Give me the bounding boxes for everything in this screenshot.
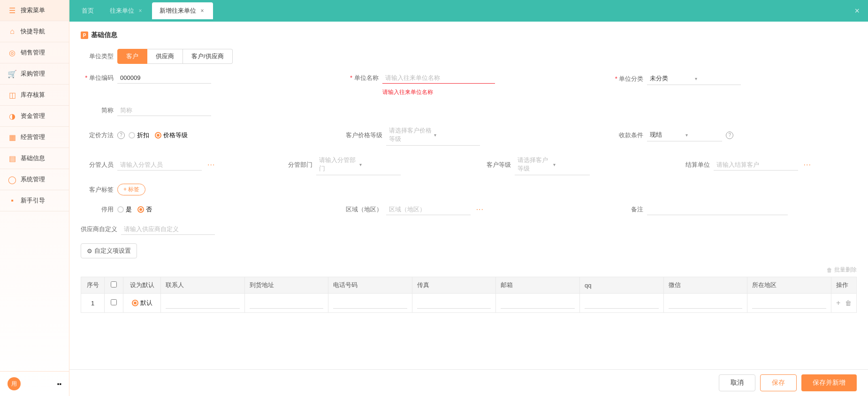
supplier-custom-group: 供应商自定义 [81,224,857,235]
tab-new-partner[interactable]: 新增往来单位 × [152,2,213,19]
sidebar-footer: 用 ▪▪ [0,371,69,396]
tab-home[interactable]: 首页 [74,2,101,19]
qq-input[interactable] [585,297,659,309]
row-wechat [663,294,747,313]
row-checkbox[interactable] [111,299,117,305]
sidebar-item-label: 库存核算 [21,91,45,99]
region-group: 区域（地区） ··· [346,204,592,215]
save-new-button[interactable]: 保存并新增 [801,374,857,391]
row-action: + 🗑 [831,294,856,313]
sidebar-item-inventory[interactable]: ◫ 库存核算 [0,85,69,106]
quick-nav-icon: ⌂ [8,27,17,36]
select-all-checkbox[interactable] [111,281,117,287]
window-close-button[interactable]: × [851,4,863,18]
region-input[interactable] [386,204,471,215]
add-tag-button[interactable]: + 标签 [117,184,145,195]
batch-delete-button[interactable]: 🗑 批量删除 [827,266,857,274]
main-area: 首页 往来单位 × 新增往来单位 × × P 基础信息 单位类型 客户 供应商 … [69,0,868,396]
type-btn-supplier[interactable]: 供应商 [147,49,183,64]
phone-input[interactable] [333,297,407,309]
tab-partner-list-close[interactable]: × [137,8,144,14]
chevron-down-icon: ▾ [553,162,587,167]
sidebar-item-label: 系统管理 [21,175,45,184]
tab-new-partner-close[interactable]: × [199,8,206,14]
region-dots-btn[interactable]: ··· [474,205,486,214]
col-contact: 联系人 [161,277,245,294]
unit-name-input[interactable] [382,72,495,84]
manager-dots-btn[interactable]: ··· [206,161,217,169]
pricing-help-icon[interactable]: ? [117,132,125,139]
col-region: 所在地区 [747,277,831,294]
sidebar-item-new-guide[interactable]: ▪ 新手引导 [0,190,69,211]
sidebar-item-quick-nav[interactable]: ⌂ 快捷导航 [0,21,69,42]
address-input[interactable] [250,297,324,309]
manager-input[interactable] [117,159,202,171]
wechat-input[interactable] [669,297,743,309]
unit-code-input[interactable] [117,72,211,84]
unit-name-label: 单位名称 [346,74,379,82]
department-group: 分管部门 请输入分管部门 ▾ [280,154,460,175]
payment-help-icon[interactable]: ? [726,132,733,139]
sidebar-item-purchase[interactable]: 🛒 采购管理 [0,63,69,85]
add-tag-label: + 标签 [123,186,139,194]
radio-price-level[interactable]: 价格等级 [155,131,188,140]
user-avatar: 用 [8,377,21,390]
unit-type-buttons: 客户 供应商 客户/供应商 [117,49,233,64]
row-default-label: 默认 [140,299,152,307]
save-button[interactable]: 保存 [760,374,797,391]
sidebar-item-search-menu[interactable]: ☰ 搜索菜单 [0,0,69,21]
finance-icon: ◑ [8,111,17,121]
sidebar-item-sys-mgmt[interactable]: ◯ 系统管理 [0,169,69,190]
contact-input[interactable] [166,297,240,309]
form-row-supplier-custom: 供应商自定义 [81,224,857,235]
radio-discount-circle [129,132,135,139]
unit-category-select[interactable]: 未分类 ▾ [647,72,741,85]
radio-yes-label: 是 [126,205,132,214]
sidebar-item-finance[interactable]: ◑ 资金管理 [0,106,69,127]
chevron-down-icon: ▾ [685,132,719,138]
settlement-dots-btn[interactable]: ··· [802,161,813,169]
sidebar-item-sales[interactable]: ◎ 销售管理 [0,42,69,63]
payment-term-select[interactable]: 现结 ▾ [647,129,722,141]
tab-partner-list-label: 往来单位 [110,7,134,15]
type-btn-customer[interactable]: 客户 [117,49,147,64]
type-btn-both[interactable]: 客户/供应商 [183,49,233,64]
contact-table: 序号 设为默认 联系人 到货地址 电话号码 传真 邮箱 qq 微信 所在地区 [81,277,857,313]
radio-discount[interactable]: 折扣 [129,131,149,140]
unit-name-error: 请输入往来单位名称 [382,88,433,96]
supplier-custom-input[interactable] [121,224,215,235]
purchase-icon: 🛒 [8,69,17,78]
fax-input[interactable] [417,297,491,309]
pricing-method-group: 定价方法 ? 折扣 价格等级 [81,131,327,140]
unit-type-label: 单位类型 [81,52,114,61]
short-name-label: 简称 [81,106,114,115]
sidebar-item-basic-info[interactable]: ▤ 基础信息 [0,148,69,169]
custom-settings-row: ⚙ 自定义项设置 [81,243,857,258]
row-qq [579,294,663,313]
short-name-input[interactable] [117,105,211,116]
region-table-input[interactable] [752,297,826,309]
row-phone [328,294,412,313]
col-qq: qq [579,277,663,294]
department-label: 分管部门 [280,161,312,169]
customer-price-select[interactable]: 请选择客户价格等级 ▾ [386,124,480,146]
disabled-label: 停用 [81,205,114,214]
settlement-unit-input[interactable] [714,159,798,171]
col-checkbox [105,277,123,294]
email-input[interactable] [501,297,575,309]
sidebar-item-ops[interactable]: ▦ 经营管理 [0,127,69,148]
row-add-btn[interactable]: + [836,299,840,307]
remark-input[interactable] [647,204,788,215]
tab-partner-list[interactable]: 往来单位 × [102,2,151,19]
custom-settings-button[interactable]: ⚙ 自定义项设置 [81,243,137,258]
row-default-radio[interactable]: 默认 [128,299,156,307]
table-head: 序号 设为默认 联系人 到货地址 电话号码 传真 邮箱 qq 微信 所在地区 [81,277,857,294]
radio-disabled-no[interactable]: 否 [137,205,152,214]
disabled-group: 停用 是 否 [81,205,327,214]
department-placeholder: 请输入分管部门 [319,156,358,173]
customer-level-select[interactable]: 请选择客户等级 ▾ [515,154,590,175]
cancel-button[interactable]: 取消 [719,374,755,391]
row-delete-btn[interactable]: 🗑 [845,299,852,307]
radio-disabled-yes[interactable]: 是 [117,205,132,214]
department-select[interactable]: 请输入分管部门 ▾ [316,154,401,175]
